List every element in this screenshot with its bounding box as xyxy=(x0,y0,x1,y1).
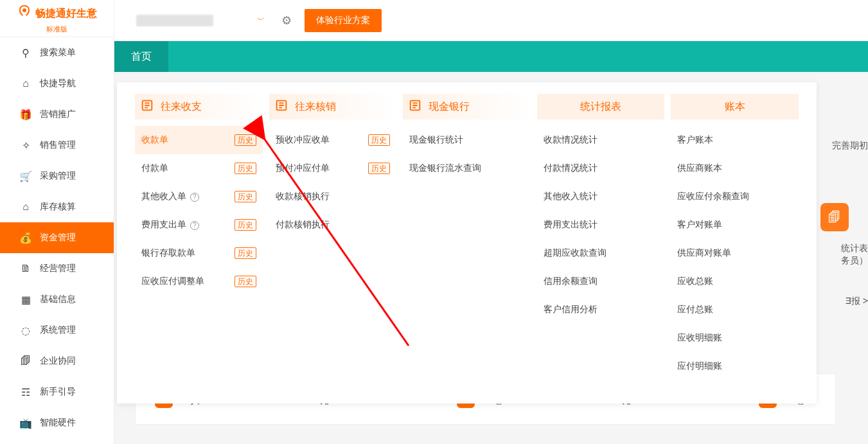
sidebar-item-10[interactable]: 🗐企业协同 xyxy=(0,346,114,377)
column-icon xyxy=(408,98,422,115)
mega-item-label: 现金银行流水查询 xyxy=(409,163,481,174)
mega-item[interactable]: 收款核销执行 xyxy=(269,182,397,211)
mega-item[interactable]: 预付冲应付单历史 xyxy=(269,154,397,182)
mega-item-label: 收款情况统计 xyxy=(544,134,598,146)
nav-icon: ✧ xyxy=(19,139,32,152)
mega-item[interactable]: 现金银行统计 xyxy=(403,126,531,154)
mega-item[interactable]: 收款单历史 xyxy=(135,126,263,154)
nav-icon: 🛒 xyxy=(19,170,32,182)
nav-icon: 📺 xyxy=(19,417,32,429)
nav-label: 搜索菜单 xyxy=(40,47,76,58)
sidebar-item-9[interactable]: ◌系统管理 xyxy=(0,315,114,346)
mega-item[interactable]: 应收应付调整单历史 xyxy=(135,267,263,296)
mega-item-label: 应收总账 xyxy=(677,276,713,287)
org-name-redacted xyxy=(136,15,213,26)
mega-item[interactable]: 超期应收款查询 xyxy=(537,239,665,267)
nav-label: 智能硬件 xyxy=(40,417,76,429)
nav-icon: 🎁 xyxy=(19,109,32,121)
history-badge[interactable]: 历史 xyxy=(368,163,390,174)
mega-item-label: 付款情况统计 xyxy=(544,163,598,174)
nav-icon: ▦ xyxy=(19,294,32,306)
peek-text-2b: 务员） xyxy=(841,255,868,267)
history-badge[interactable]: 历史 xyxy=(235,191,256,202)
mega-item[interactable]: 供应商账本 xyxy=(671,154,799,182)
sidebar-item-6[interactable]: 💰资金管理 xyxy=(0,222,114,253)
mega-item[interactable]: 应付总账 xyxy=(671,296,799,324)
sidebar-item-4[interactable]: 🛒采购管理 xyxy=(0,161,114,191)
sidebar-item-11[interactable]: ☶新手引导 xyxy=(0,377,114,407)
mega-column-header: 往来收支 xyxy=(135,94,263,120)
mega-item-label: 应收应付调整单 xyxy=(141,276,204,287)
sidebar-item-1[interactable]: ⌂快捷导航 xyxy=(0,68,114,99)
mega-item[interactable]: 其他收入统计 xyxy=(537,182,665,211)
mega-item-label: 预收冲应收单 xyxy=(276,134,330,146)
mega-column-header: 往来核销 xyxy=(269,94,397,120)
history-badge[interactable]: 历史 xyxy=(235,134,256,146)
tab-home[interactable]: 首页 xyxy=(114,41,168,72)
mega-item[interactable]: 应收总账 xyxy=(671,267,799,296)
org-selector[interactable]: ﹀ xyxy=(127,9,274,32)
mega-item-label: 银行存取款单 xyxy=(141,247,195,259)
nav-label: 快捷导航 xyxy=(40,78,76,89)
mega-column-2: 现金银行现金银行统计现金银行流水查询 xyxy=(403,94,531,380)
tabbar: 首页 xyxy=(114,41,868,72)
sidebar: 畅捷通好生意 标准版 ⚲搜索菜单⌂快捷导航🎁营销推广✧销售管理🛒采购管理⌂库存核… xyxy=(0,0,114,444)
mega-item-label: 预付冲应付单 xyxy=(276,163,330,174)
mega-item[interactable]: 付款单历史 xyxy=(135,154,263,182)
peek-text-1: 完善期初 xyxy=(832,140,868,152)
mega-item-label: 应收应付余额查询 xyxy=(677,191,749,202)
gear-icon[interactable]: ⚙ xyxy=(281,13,292,28)
mega-item-label: 应付总账 xyxy=(677,304,713,315)
mega-item[interactable]: 预收冲应收单历史 xyxy=(269,126,397,154)
industry-plan-button[interactable]: 体验行业方案 xyxy=(305,9,382,32)
mega-item[interactable]: 现金银行流水查询 xyxy=(403,154,531,182)
history-badge[interactable]: 历史 xyxy=(235,247,256,259)
mega-item-label: 应收明细账 xyxy=(677,332,722,344)
nav-label: 新手引导 xyxy=(40,386,76,398)
sidebar-item-12[interactable]: 📺智能硬件 xyxy=(0,407,114,438)
mega-item[interactable]: 客户对账单 xyxy=(671,211,799,239)
sidebar-item-0[interactable]: ⚲搜索菜单 xyxy=(0,37,114,68)
mega-item-label: 收款核销执行 xyxy=(276,191,330,202)
sidebar-item-3[interactable]: ✧销售管理 xyxy=(0,130,114,161)
mega-item[interactable]: 客户账本 xyxy=(671,126,799,154)
svg-point-0 xyxy=(22,8,26,12)
mega-item[interactable]: 应收应付余额查询 xyxy=(671,182,799,211)
sidebar-item-2[interactable]: 🎁营销推广 xyxy=(0,99,114,130)
mega-item[interactable]: 信用余额查询 xyxy=(537,267,665,296)
mega-item[interactable]: 付款核销执行 xyxy=(269,211,397,239)
report-icon[interactable]: 🗐 xyxy=(820,203,849,231)
mega-item-label: 应付明细账 xyxy=(677,360,722,372)
mega-item[interactable]: 应收明细账 xyxy=(671,324,799,352)
nav-label: 采购管理 xyxy=(40,170,76,182)
mega-item[interactable]: 收款情况统计 xyxy=(537,126,665,154)
mega-item-label: 其他收入统计 xyxy=(544,191,598,202)
mega-item[interactable]: 其他收入单 ?历史 xyxy=(135,182,263,211)
peek-text-2a: 统计表 xyxy=(841,243,868,254)
sidebar-item-7[interactable]: 🗎经营管理 xyxy=(0,253,114,284)
mega-item[interactable]: 费用支出单 ?历史 xyxy=(135,211,263,239)
sidebar-item-5[interactable]: ⌂库存核算 xyxy=(0,191,114,222)
mega-item-label: 收款单 xyxy=(141,134,168,146)
mega-item[interactable]: 应付明细账 xyxy=(671,352,799,380)
peek-text-3: ∃报 > xyxy=(846,296,868,307)
history-badge[interactable]: 历史 xyxy=(235,276,256,287)
help-icon[interactable]: ? xyxy=(190,221,199,230)
help-icon[interactable]: ? xyxy=(190,193,199,202)
column-icon xyxy=(274,98,288,115)
mega-item[interactable]: 供应商对账单 xyxy=(671,239,799,267)
mega-item[interactable]: 费用支出统计 xyxy=(537,211,665,239)
history-badge[interactable]: 历史 xyxy=(235,163,256,174)
nav-icon: 🗎 xyxy=(19,263,32,274)
mega-item[interactable]: 客户信用分析 xyxy=(537,296,665,324)
mega-item[interactable]: 银行存取款单历史 xyxy=(135,239,263,267)
sidebar-item-8[interactable]: ▦基础信息 xyxy=(0,284,114,315)
mega-item-label: 其他收入单 ? xyxy=(141,191,199,202)
mega-item[interactable]: 付款情况统计 xyxy=(537,154,665,182)
history-badge[interactable]: 历史 xyxy=(235,219,256,231)
history-badge[interactable]: 历史 xyxy=(368,134,390,146)
brand-logo-icon xyxy=(17,4,31,23)
mega-item-label: 客户账本 xyxy=(677,134,713,146)
topbar: ﹀ ⚙ 体验行业方案 xyxy=(114,0,868,41)
nav-icon: ☶ xyxy=(19,386,32,398)
